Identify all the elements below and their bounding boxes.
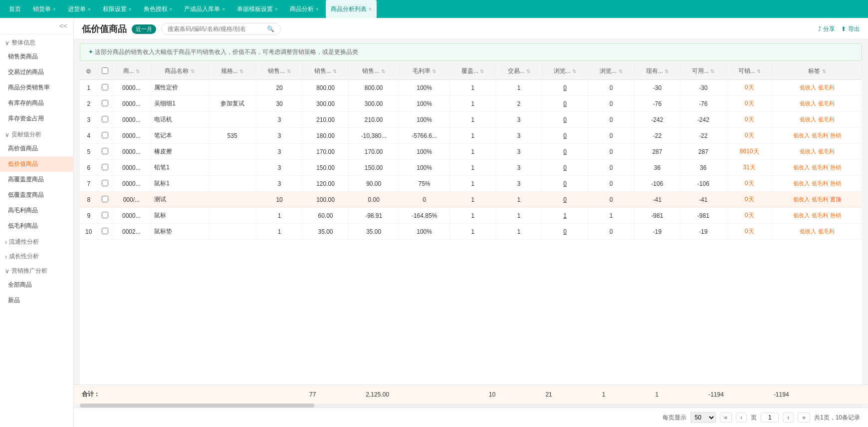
col-checkbox[interactable] — [98, 63, 112, 80]
view1-link[interactable]: 0 — [563, 116, 567, 123]
nav-sales-close[interactable]: × — [53, 6, 56, 12]
col-tags[interactable]: 标签 ⇅ — [772, 63, 862, 80]
nav-product-analysis-list-close[interactable]: × — [369, 6, 372, 12]
sidebar-item-stock-goods[interactable]: 有库存的商品 — [0, 95, 73, 111]
nav-home[interactable]: 首页 — [4, 0, 26, 18]
col-name[interactable]: 商品名称 ⇅ — [151, 63, 209, 80]
view1-link[interactable]: 1 — [563, 212, 567, 219]
td-checkbox[interactable] — [98, 112, 112, 128]
sidebar-item-traded-goods[interactable]: 交易过的商品 — [0, 64, 73, 80]
page-input[interactable] — [761, 413, 779, 423]
col-available[interactable]: 可用... ⇅ — [680, 63, 726, 80]
td-view1[interactable]: 0 — [542, 176, 588, 192]
td-view1[interactable]: 0 — [542, 128, 588, 144]
col-coverage[interactable]: 覆盖... ⇅ — [450, 63, 496, 80]
view1-link[interactable]: 0 — [563, 132, 567, 139]
td-view1[interactable]: 0 — [542, 96, 588, 112]
first-page-button[interactable]: « — [720, 413, 732, 423]
sidebar-item-low-margin[interactable]: 低毛利商品 — [0, 218, 73, 234]
nav-auth-settings[interactable]: 权限设置 × — [98, 0, 137, 18]
td-view1[interactable]: 0 — [542, 112, 588, 128]
td-view1[interactable]: 0 — [542, 192, 588, 208]
search-input[interactable] — [168, 25, 264, 32]
td-view1[interactable]: 0 — [542, 224, 588, 240]
td-view1[interactable]: 0 — [542, 144, 588, 160]
nav-finished-goods-close[interactable]: × — [222, 6, 225, 12]
col-qty[interactable]: 销售... ⇅ — [256, 63, 302, 80]
td-checkbox[interactable] — [98, 80, 112, 96]
td-checkbox[interactable] — [98, 208, 112, 224]
view1-link[interactable]: 0 — [563, 84, 567, 91]
nav-role-auth[interactable]: 角色授权 × — [139, 0, 178, 18]
col-amount[interactable]: 销售... ⇅ — [349, 63, 399, 80]
search-box[interactable]: 🔍 — [161, 23, 281, 35]
col-code[interactable]: 商... ⇅ — [112, 63, 151, 80]
time-filter-badge[interactable]: 近一月 — [132, 24, 156, 34]
view1-link[interactable]: 0 — [563, 100, 567, 107]
per-page-select[interactable]: 50 100 200 — [690, 412, 716, 423]
view1-link[interactable]: 0 — [563, 164, 567, 171]
col-margin[interactable]: 毛利率 ⇅ — [399, 63, 450, 80]
col-saleable[interactable]: 可销... ⇅ — [726, 63, 772, 80]
sidebar-item-new-goods[interactable]: 新品 — [0, 293, 73, 308]
sidebar-group-marketing[interactable]: ∨ 营销推广分析 — [0, 263, 73, 277]
col-settings[interactable]: ⚙ — [80, 63, 98, 80]
sidebar-item-sales-goods[interactable]: 销售类商品 — [0, 49, 73, 64]
sidebar-item-high-margin[interactable]: 高毛利商品 — [0, 203, 73, 218]
sidebar-group-circulation[interactable]: › 流通性分析 — [0, 234, 73, 248]
sidebar-group-overall[interactable]: ∨ 整体信息 — [0, 34, 73, 49]
last-page-button[interactable]: » — [798, 413, 810, 423]
row-checkbox[interactable] — [102, 132, 108, 138]
nav-product-analysis-list[interactable]: 商品分析列表 × — [326, 0, 377, 18]
td-checkbox[interactable] — [98, 192, 112, 208]
sidebar-group-growth[interactable]: › 成长性分析 — [0, 248, 73, 263]
sidebar-item-high-coverage[interactable]: 高覆盖度商品 — [0, 172, 73, 187]
row-checkbox[interactable] — [102, 148, 108, 154]
td-checkbox[interactable] — [98, 144, 112, 160]
td-view1[interactable]: 0 — [542, 160, 588, 176]
td-checkbox[interactable] — [98, 96, 112, 112]
td-checkbox[interactable] — [98, 224, 112, 240]
row-checkbox[interactable] — [102, 164, 108, 170]
col-trade[interactable]: 交易... ⇅ — [496, 63, 542, 80]
nav-product-analysis[interactable]: 商品分析 × — [285, 0, 324, 18]
view1-link[interactable]: 0 — [563, 228, 567, 235]
scrollbar-thumb[interactable] — [80, 404, 314, 408]
td-checkbox[interactable] — [98, 128, 112, 144]
view1-link[interactable]: 0 — [563, 148, 567, 155]
sidebar-item-all-goods[interactable]: 全部商品 — [0, 277, 73, 293]
sidebar-group-contribution[interactable]: ∨ 贡献值分析 — [0, 126, 73, 141]
col-view1[interactable]: 浏览... ⇅ — [542, 63, 588, 80]
sidebar-item-low-value[interactable]: 低价值商品 — [0, 156, 73, 172]
nav-auth-settings-close[interactable]: × — [129, 6, 132, 12]
nav-product-analysis-close[interactable]: × — [316, 6, 319, 12]
row-checkbox[interactable] — [102, 84, 108, 90]
col-view2[interactable]: 浏览... ⇅ — [588, 63, 634, 80]
sidebar-item-high-value[interactable]: 高价值商品 — [0, 141, 73, 156]
row-checkbox[interactable] — [102, 212, 108, 218]
view1-link[interactable]: 0 — [563, 196, 567, 203]
nav-finished-goods[interactable]: 产成品入库单 × — [179, 0, 230, 18]
select-all-checkbox[interactable] — [102, 67, 108, 74]
td-view1[interactable]: 0 — [542, 80, 588, 96]
sidebar-item-low-coverage[interactable]: 低覆盖度商品 — [0, 187, 73, 203]
col-current[interactable]: 现有... ⇅ — [634, 63, 680, 80]
nav-sales[interactable]: 销货单 × — [28, 0, 61, 18]
row-checkbox[interactable] — [102, 228, 108, 234]
col-spec[interactable]: 规格... ⇅ — [208, 63, 256, 80]
next-page-button[interactable]: › — [783, 413, 794, 423]
row-checkbox[interactable] — [102, 196, 108, 202]
col-price[interactable]: 销售... ⇅ — [302, 63, 348, 80]
row-checkbox[interactable] — [102, 100, 108, 106]
td-view1[interactable]: 1 — [542, 208, 588, 224]
td-checkbox[interactable] — [98, 176, 112, 192]
share-button[interactable]: ⤴ 分享 — [818, 25, 835, 33]
export-button[interactable]: ⬆ 导出 — [841, 25, 860, 33]
td-checkbox[interactable] — [98, 160, 112, 176]
prev-page-button[interactable]: ‹ — [736, 413, 747, 423]
nav-purchase[interactable]: 进货单 × — [63, 0, 96, 18]
view1-link[interactable]: 0 — [563, 180, 567, 187]
row-checkbox[interactable] — [102, 180, 108, 186]
sidebar-collapse-btn[interactable]: << — [57, 21, 69, 31]
row-checkbox[interactable] — [102, 116, 108, 122]
